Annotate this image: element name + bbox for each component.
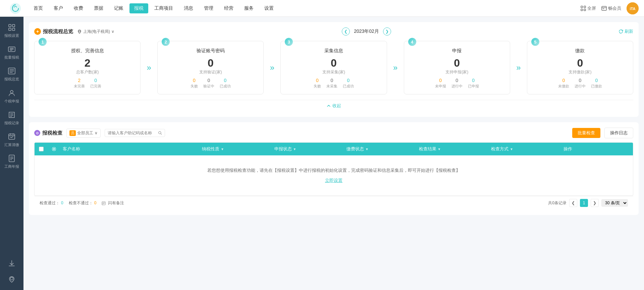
- sidebar: 报税设置 批量报税 报税总览: [0, 17, 23, 290]
- step-4-stat-2-label: 已申报: [468, 84, 479, 89]
- th-declare-status[interactable]: 申报状态 ▼: [272, 143, 344, 155]
- step-3-title: 采集信息: [286, 48, 381, 54]
- nav-bill[interactable]: 票据: [89, 3, 108, 13]
- sidebar-item-tax-record[interactable]: 报税记录: [0, 107, 23, 129]
- pass-count[interactable]: 0: [61, 201, 63, 205]
- sidebar-label-annual-report: 工商年报: [4, 164, 19, 169]
- search-icon[interactable]: [158, 131, 162, 135]
- sidebar-label-tax-settings: 报税设置: [4, 33, 19, 38]
- step-1-stat-0[interactable]: 2 未完善: [74, 78, 85, 89]
- next-month-button[interactable]: ❯: [383, 27, 391, 35]
- step-5-count: 0: [533, 57, 628, 69]
- step-4-stat-1[interactable]: 0 进行中: [451, 78, 463, 89]
- step-3-stat-0-label: 失败: [314, 84, 321, 89]
- step-2-stat-1-label: 验证中: [203, 84, 214, 89]
- current-page[interactable]: 1: [580, 199, 588, 207]
- download-icon: [7, 259, 16, 268]
- step-5-subtitle: 支持缴款(家): [533, 69, 628, 75]
- collapse-icon: [326, 103, 331, 108]
- nav-service[interactable]: 服务: [239, 3, 258, 13]
- step-2-stat-0[interactable]: 0 失败: [191, 78, 198, 89]
- sidebar-item-download[interactable]: [6, 255, 18, 271]
- step-3-stat-2[interactable]: 0 已成功: [343, 78, 354, 89]
- fail-count[interactable]: 0: [94, 201, 97, 205]
- step-1-num: 1: [39, 38, 47, 46]
- top-nav: 首页 客户 收费 票据 记账 报税 工商项目 消息 管理 经营 服务 设置 全屏: [0, 0, 644, 17]
- nav-message[interactable]: 消息: [179, 3, 198, 13]
- sidebar-item-location[interactable]: [6, 271, 18, 287]
- step-4-stat-0[interactable]: 0 未申报: [435, 78, 446, 89]
- nav-home[interactable]: 首页: [29, 3, 48, 13]
- operation-log-button[interactable]: 操作日志: [604, 128, 633, 138]
- step-3-stat-1[interactable]: 0 未采集: [326, 78, 337, 89]
- nav-operate[interactable]: 经营: [219, 3, 238, 13]
- collapse-button[interactable]: 收起: [34, 100, 633, 112]
- staff-select[interactable]: 员 全部员工 ∨: [66, 129, 101, 138]
- step-2-stat-2[interactable]: 0 已成功: [220, 78, 231, 89]
- search-input[interactable]: [108, 131, 156, 135]
- per-page-select[interactable]: 30 条/页: [601, 199, 628, 207]
- tax-check-title-text: 报税检查: [42, 130, 62, 136]
- step-4-title: 申报: [410, 48, 504, 54]
- sidebar-item-tax-settings[interactable]: 报税设置: [0, 19, 23, 41]
- member-button[interactable]: 畅会员: [601, 5, 621, 11]
- arrow-icon-1: »: [147, 63, 151, 72]
- steps-row: 1 授权、完善信息 2 总客户数(家) 2 未完善 0 已完善: [34, 41, 633, 94]
- note-label: 闪有备注: [108, 201, 124, 205]
- step-4-stat-0-label: 未申报: [435, 84, 446, 89]
- nav-fee[interactable]: 收费: [69, 3, 88, 13]
- step-5-stat-0[interactable]: 0 未缴款: [558, 78, 569, 89]
- step-4-stat-2[interactable]: 0 已申报: [468, 78, 479, 89]
- nav-account[interactable]: 记账: [109, 3, 128, 13]
- sidebar-item-annual-settlement[interactable]: 汇算清缴: [0, 129, 23, 150]
- step-3-stat-0[interactable]: 0 失败: [314, 78, 321, 89]
- svg-text:iTA: iTA: [630, 7, 636, 11]
- step-3-stat-2-label: 已成功: [343, 84, 354, 89]
- th-setting[interactable]: [48, 143, 60, 155]
- header-checkbox[interactable]: [39, 147, 44, 151]
- setup-link[interactable]: 立即设置: [325, 177, 342, 184]
- th-check-method[interactable]: 检查方式 ▼: [488, 143, 561, 155]
- th-action-text: 操作: [564, 146, 572, 152]
- th-pay-status[interactable]: 缴费状态 ▼: [344, 143, 416, 155]
- th-check-result[interactable]: 检查结果 ▼: [416, 143, 489, 155]
- note-icon: [102, 201, 106, 205]
- nav-client[interactable]: 客户: [49, 3, 68, 13]
- th-declare-text: 申报状态: [274, 146, 292, 152]
- batch-check-button[interactable]: 批量检查: [572, 128, 600, 138]
- overview-header: + 报税流程总览 上海(电子税局) ∨ ❮ 2023年02月 ❯: [34, 27, 633, 35]
- step-5-stat-1[interactable]: 0 进行中: [575, 78, 586, 89]
- sidebar-item-annual-report[interactable]: 工商年报: [0, 150, 23, 172]
- step-2-count: 0: [163, 57, 258, 69]
- table-footer: 检查通过： 0 检查不通过： 0 闪有备注 共0条记录: [34, 196, 633, 210]
- fullscreen-button[interactable]: 全屏: [581, 5, 596, 11]
- nav-biz[interactable]: 工商项目: [150, 3, 178, 13]
- tax-check-card: ⊙ 报税检查 员 全部员工 ∨ 批量检查 操作日志: [29, 122, 639, 215]
- step-5-stat-2[interactable]: 0 已缴款: [591, 78, 602, 89]
- sidebar-item-batch-tax[interactable]: 批量报税: [0, 41, 23, 63]
- collapse-label: 收起: [332, 103, 341, 109]
- next-page-button[interactable]: ❯: [591, 199, 599, 207]
- step-5-stat-2-num: 0: [595, 78, 598, 83]
- nav-tax[interactable]: 报税: [129, 3, 148, 13]
- step-5-num: 5: [531, 38, 539, 46]
- step-2-stat-1[interactable]: 0 验证中: [203, 78, 214, 89]
- sidebar-item-personal-tax[interactable]: 个税申报: [0, 85, 23, 107]
- sidebar-item-tax-overview[interactable]: 报税总览: [0, 63, 23, 85]
- tax-check-icon: ⊙: [34, 130, 40, 136]
- refresh-button[interactable]: 刷新: [619, 28, 633, 34]
- pass-stat: 检查通过： 0: [40, 200, 63, 206]
- location-badge[interactable]: 上海(电子税局) ∨: [77, 29, 114, 34]
- nav-settings[interactable]: 设置: [260, 3, 278, 13]
- th-tax-type[interactable]: 纳税性质 ▼: [199, 143, 272, 155]
- step-1-stat-1[interactable]: 0 已完善: [90, 78, 101, 89]
- step-1-stat-1-label: 已完善: [90, 84, 101, 89]
- prev-month-button[interactable]: ❮: [342, 27, 350, 35]
- nav-manage[interactable]: 管理: [199, 3, 218, 13]
- tax-overview-icon: [7, 66, 16, 76]
- first-page-button[interactable]: ❮: [569, 199, 577, 207]
- th-checkbox[interactable]: [35, 143, 48, 155]
- step-2-stats: 0 失败 0 验证中 0 已成功: [163, 78, 258, 89]
- avatar[interactable]: iTA: [627, 2, 639, 14]
- svg-rect-6: [603, 8, 604, 9]
